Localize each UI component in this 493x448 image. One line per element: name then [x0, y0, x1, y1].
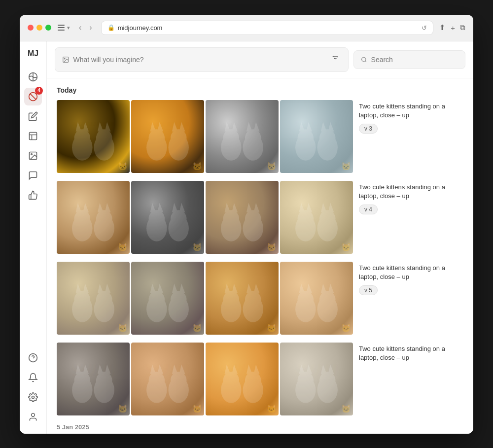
version-badge: v 4 [359, 205, 378, 214]
version-badge: v 5 [359, 285, 378, 295]
svg-marker-151 [328, 364, 334, 374]
today-label: Today [57, 86, 463, 94]
svg-point-61 [96, 210, 112, 228]
image-cell[interactable] [57, 181, 130, 254]
svg-marker-106 [224, 283, 230, 293]
sidebar-item-images[interactable] [24, 147, 42, 165]
svg-marker-123 [83, 364, 89, 374]
generation-info: Two cute kittens standing on a laptop, c… [359, 100, 463, 134]
svg-point-113 [298, 291, 314, 309]
sidebar-item-messages[interactable] [24, 167, 42, 184]
sidebar-item-explore[interactable] [24, 68, 42, 86]
svg-marker-95 [105, 283, 111, 293]
prompt-input-container[interactable] [55, 47, 349, 72]
image-cell[interactable] [280, 262, 353, 335]
maximize-button[interactable] [45, 25, 51, 31]
image-cell[interactable] [131, 181, 204, 254]
sidebar-item-likes[interactable] [24, 186, 42, 204]
svg-marker-126 [98, 364, 104, 374]
search-input[interactable] [371, 56, 458, 64]
image-cell[interactable] [57, 100, 130, 173]
svg-marker-47 [254, 122, 260, 131]
svg-marker-31 [105, 122, 111, 131]
image-cell[interactable] [206, 262, 279, 335]
svg-point-29 [96, 129, 112, 147]
image-cell[interactable] [280, 100, 353, 173]
image-cell[interactable] [131, 100, 204, 173]
svg-point-149 [319, 372, 336, 389]
svg-marker-103 [179, 283, 185, 293]
top-bar [47, 41, 473, 78]
generation-info: Two cute kittens standing on a laptop, c… [359, 181, 463, 214]
share-button[interactable]: ⬆ [439, 23, 446, 32]
svg-point-145 [298, 372, 314, 389]
sidebar-toggle-icon [57, 24, 65, 32]
tabs-button[interactable]: ⧉ [460, 23, 465, 32]
search-box[interactable] [353, 50, 465, 69]
main-area: Today [47, 41, 473, 434]
image-group [57, 100, 353, 173]
sidebar-item-gallery[interactable] [24, 127, 42, 145]
image-cell[interactable] [206, 181, 279, 254]
nav-arrows: ‹ › [76, 22, 95, 33]
date-separator: 5 Jan 2025 [57, 423, 463, 431]
sidebar-item-bell[interactable] [24, 369, 42, 386]
forward-button[interactable]: › [86, 22, 95, 33]
svg-point-141 [245, 372, 261, 389]
svg-marker-54 [321, 122, 327, 131]
address-bar[interactable]: 🔒 midjourney.com ↺ [101, 21, 434, 35]
image-group [57, 181, 353, 254]
svg-marker-55 [328, 122, 334, 131]
close-button[interactable] [28, 25, 34, 31]
back-button[interactable]: ‹ [76, 22, 84, 33]
image-cell[interactable] [280, 343, 353, 415]
svg-point-121 [74, 372, 91, 389]
svg-marker-110 [246, 283, 252, 293]
image-cell[interactable] [206, 343, 279, 415]
svg-marker-42 [224, 122, 230, 131]
filter-button[interactable] [329, 53, 341, 67]
generation-title: Two cute kittens standing on a laptop, c… [359, 264, 463, 281]
traffic-lights [28, 25, 51, 31]
new-tab-button[interactable]: + [451, 23, 455, 32]
content-area: Today [47, 78, 473, 434]
app-logo: MJ [28, 49, 38, 58]
sidebar-top-items: 4 [24, 68, 42, 349]
sidebar-item-profile[interactable] [24, 408, 42, 426]
image-cell[interactable] [280, 181, 353, 254]
svg-marker-91 [83, 283, 89, 293]
image-cell[interactable] [131, 343, 204, 415]
svg-marker-79 [254, 203, 260, 212]
svg-rect-1 [58, 27, 65, 28]
svg-point-97 [149, 291, 165, 309]
sidebar-item-notifications[interactable]: 4 [24, 88, 42, 105]
svg-marker-131 [157, 364, 163, 374]
svg-point-93 [96, 291, 112, 309]
minimize-button[interactable] [36, 25, 42, 31]
image-cell[interactable] [57, 262, 130, 335]
version-badge: v 3 [359, 124, 378, 134]
reload-icon[interactable]: ↺ [422, 24, 427, 32]
image-cell[interactable] [206, 100, 279, 173]
svg-marker-150 [321, 364, 327, 374]
generation-title: Two cute kittens standing on a laptop, c… [359, 183, 463, 201]
sidebar-toggle[interactable]: ▾ [57, 24, 70, 32]
sidebar-item-create[interactable] [24, 107, 42, 125]
svg-marker-26 [75, 122, 81, 131]
sidebar-bottom-items [24, 349, 42, 426]
svg-marker-138 [224, 364, 230, 374]
svg-point-69 [171, 210, 187, 228]
svg-point-117 [319, 291, 336, 309]
svg-point-49 [298, 129, 314, 147]
image-cell[interactable] [131, 262, 204, 335]
svg-marker-50 [299, 122, 305, 131]
svg-point-133 [171, 372, 187, 389]
svg-marker-27 [83, 122, 89, 131]
image-group [57, 262, 353, 335]
prompt-input[interactable] [73, 56, 325, 64]
sidebar-item-settings[interactable] [24, 388, 42, 406]
image-cell[interactable] [57, 343, 130, 415]
svg-point-37 [171, 129, 187, 147]
svg-marker-102 [172, 283, 178, 293]
sidebar-item-help[interactable] [24, 349, 42, 367]
